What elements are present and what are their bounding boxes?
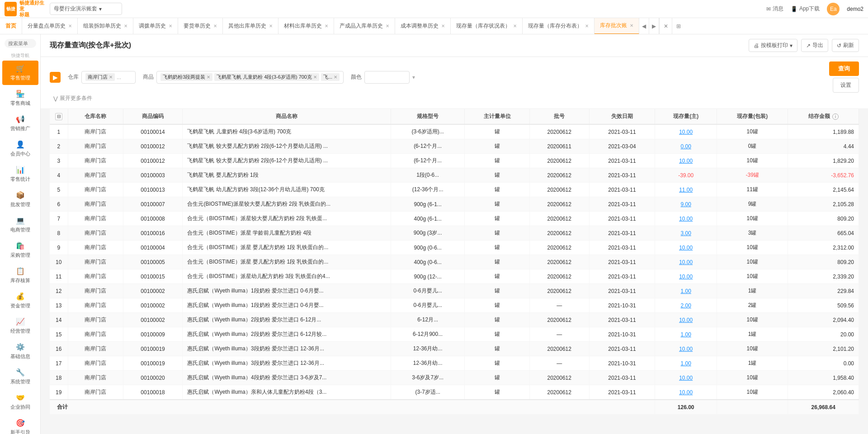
- query-button[interactable]: 查询: [829, 61, 859, 76]
- row-qty-main[interactable]: 1.00: [655, 327, 717, 342]
- row-qty-main[interactable]: 10.00: [655, 212, 717, 226]
- sidebar-item-qi-ye[interactable]: 🤝 企业协同: [2, 390, 38, 414]
- tab-pi-ci[interactable]: 库存批次账 ✕: [594, 18, 639, 34]
- table-row: 2 南岸门店 00100012 飞鹤星飞帆 较大婴儿配方奶粉 2段(6-12个月…: [50, 139, 859, 154]
- messages-btn[interactable]: ✉ 消息: [766, 5, 783, 13]
- row-qty-main[interactable]: 9.00: [655, 197, 717, 212]
- table-row: 15 南岸门店 00100009 惠氏启赋（Wyeth illuma）2段奶粉 …: [50, 327, 859, 342]
- account-selector[interactable]: 母婴行业演示账套 ▾: [50, 3, 122, 15]
- tab-zu-chai[interactable]: 组装拆卸单历史 ✕: [78, 18, 133, 34]
- tab-close[interactable]: ✕: [269, 24, 273, 28]
- sidebar-item-ling-shou-mall[interactable]: 🏪 零售商城: [2, 86, 38, 110]
- info-icon[interactable]: i: [832, 113, 839, 120]
- row-qty-main[interactable]: 10.00: [655, 342, 717, 356]
- sidebar-item-xin-shou[interactable]: 🎯 新手引导: [2, 415, 38, 434]
- tab-chan-pin-ru[interactable]: 产成品入库单历史 ✕: [334, 18, 395, 34]
- row-qty-main[interactable]: 10.00: [655, 371, 717, 385]
- tab-fen-pan[interactable]: 分量盘点单历史 ✕: [22, 18, 78, 34]
- row-warehouse: 南岸门店: [68, 385, 123, 400]
- tab-ku-cun-fen[interactable]: 现存量（库存分布表） ✕: [523, 18, 594, 34]
- avatar[interactable]: Ea: [827, 3, 840, 15]
- tab-close[interactable]: ✕: [213, 24, 217, 28]
- tab-cai-liao[interactable]: 材料出库单历史 ✕: [278, 18, 334, 34]
- sidebar-item-ku-cun[interactable]: 📋 库存核算: [2, 263, 38, 288]
- row-qty-main[interactable]: 10.00: [655, 241, 717, 255]
- row-warehouse: 南岸门店: [68, 298, 123, 313]
- tab-close[interactable]: ✕: [513, 24, 517, 28]
- tag-remove[interactable]: ✕: [313, 75, 317, 80]
- app-download-btn[interactable]: 📱 App下载: [791, 5, 820, 13]
- tab-next-btn[interactable]: ▶: [649, 18, 659, 34]
- product-tags-input[interactable]: 飞鹤奶粉3段两提装 ✕ 飞鹤星飞帆 儿童奶粉 4段(3-6岁适用) 700克 ✕…: [156, 71, 344, 84]
- top-right-area: ✉ 消息 📱 App下载 Ea demo2: [766, 3, 863, 15]
- tag-remove[interactable]: ✕: [207, 75, 210, 80]
- row-qty-main[interactable]: 3.00: [655, 226, 717, 241]
- tab-diao-bo[interactable]: 调拨单历史 ✕: [133, 18, 178, 34]
- sidebar-item-ling-shou-stat[interactable]: 📊 零售统计: [2, 162, 38, 186]
- sidebar-item-ling-shou[interactable]: 🛒 零售管理: [2, 61, 38, 85]
- tab-cheng-ben[interactable]: 成本调整单历史 ✕: [395, 18, 451, 34]
- row-qty-main[interactable]: 1.00: [655, 284, 717, 298]
- settings-icon[interactable]: ⊟: [55, 113, 62, 120]
- sidebar-item-hui-yuan[interactable]: 👤 会员中心: [2, 137, 38, 161]
- table-row: 3 南岸门店 00100012 飞鹤星飞帆 较大婴儿配方奶粉 2段(6-12个月…: [50, 154, 859, 168]
- row-qty-main[interactable]: 2.00: [655, 298, 717, 313]
- sidebar-item-cai-gou[interactable]: 🛍️ 采购管理: [2, 238, 38, 262]
- row-qty-main[interactable]: -39.00: [655, 168, 717, 183]
- search-input[interactable]: [5, 39, 36, 48]
- row-qty-main[interactable]: 11.00: [655, 183, 717, 197]
- tab-close[interactable]: ✕: [630, 23, 633, 28]
- tab-close-all-btn[interactable]: ✕: [659, 18, 672, 34]
- row-qty-main[interactable]: 10.00: [655, 385, 717, 400]
- footer-total-qty: 126.00: [655, 400, 717, 415]
- expand-more-btn[interactable]: ⋁ 展开更多条件: [50, 93, 859, 104]
- tag-remove[interactable]: ✕: [109, 75, 113, 80]
- row-code: 00100003: [123, 168, 183, 183]
- settings-button[interactable]: 设置: [833, 78, 859, 93]
- tab-yao-huo[interactable]: 要货单历史 ✕: [178, 18, 223, 34]
- sidebar-item-ying-xiao[interactable]: 📢 营销推广: [2, 111, 38, 136]
- row-qty-main[interactable]: 10.00: [655, 313, 717, 327]
- tag-text: 飞鹤奶粉3段两提装: [163, 74, 205, 80]
- col-settings[interactable]: ⊟: [50, 109, 68, 124]
- sidebar-item-label: 资金管理: [10, 302, 30, 309]
- table-footer-row: 合计 126.00 26,968.64: [50, 400, 859, 415]
- tab-ku-cun-zhuang[interactable]: 现存量（库存状况表） ✕: [451, 18, 523, 34]
- row-qty-main[interactable]: 10.00: [655, 154, 717, 168]
- row-qty-main[interactable]: 10.00: [655, 124, 717, 139]
- tag-remove[interactable]: ✕: [334, 75, 337, 80]
- print-button[interactable]: 🖨 按模板打印 ▾: [749, 39, 797, 52]
- row-code: 00100002: [123, 313, 183, 327]
- row-qty-main[interactable]: 0.00: [655, 139, 717, 154]
- tab-close[interactable]: ✕: [386, 24, 389, 28]
- row-warehouse: 南岸门店: [68, 284, 123, 298]
- row-qty-main[interactable]: 1.00: [655, 356, 717, 371]
- sidebar-item-xi-tong[interactable]: 🔧 系统管理: [2, 364, 38, 389]
- tab-close[interactable]: ✕: [169, 24, 172, 28]
- tab-close[interactable]: ✕: [585, 24, 589, 28]
- refresh-button[interactable]: ↺ 刷新: [832, 39, 859, 52]
- row-no: 8: [50, 226, 68, 241]
- tab-close[interactable]: ✕: [124, 24, 127, 28]
- tab-qi-ta-chu[interactable]: 其他出库单历史 ✕: [223, 18, 278, 34]
- warehouse-tags-input[interactable]: 南岸门店 ✕ ...: [81, 71, 136, 84]
- sidebar-item-jing-ying[interactable]: 📈 经营管理: [2, 314, 38, 338]
- warehouse-label: 仓库: [68, 73, 79, 81]
- tab-prev-btn[interactable]: ◀: [639, 18, 649, 34]
- filter-expand-btn[interactable]: ▶: [50, 72, 61, 83]
- row-qty-main[interactable]: 10.00: [655, 255, 717, 269]
- filter-main-row: ▶ 仓库 南岸门店 ✕ ... 商品: [50, 61, 859, 93]
- sidebar-item-zi-jin[interactable]: 💰 资金管理: [2, 288, 38, 313]
- export-button[interactable]: ↗ 导出: [801, 39, 828, 52]
- tab-home[interactable]: 首页: [0, 18, 22, 34]
- row-qty-main[interactable]: 10.00: [655, 269, 717, 284]
- sidebar-item-dian-shang[interactable]: 💻 电商管理: [2, 212, 38, 237]
- tab-menu-btn[interactable]: ⊞: [672, 18, 684, 34]
- inventory-table: ⊟ 仓库名称 商品编码 商品名称 规格型号 主计量单位 批号 失效日期 现存量(…: [50, 109, 859, 415]
- sidebar-item-pi-fa[interactable]: 📦 批发管理: [2, 187, 38, 212]
- color-tags-input[interactable]: [364, 71, 410, 84]
- tab-close[interactable]: ✕: [441, 24, 445, 28]
- tab-close[interactable]: ✕: [68, 24, 72, 28]
- sidebar-item-ji-chu[interactable]: ⚙️ 基础信息: [2, 339, 38, 363]
- tab-close[interactable]: ✕: [325, 24, 328, 28]
